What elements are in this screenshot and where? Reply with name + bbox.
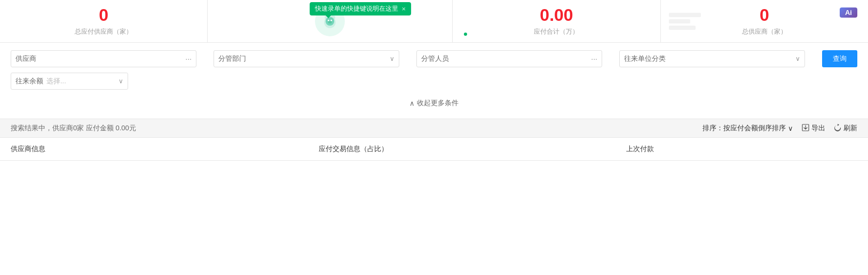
svg-point-6 — [328, 21, 332, 23]
export-btn[interactable]: 导出 — [802, 123, 825, 133]
filter-row-2: 往来余额 选择... ∨ — [11, 73, 857, 90]
supplier-label: 供应商 — [15, 54, 36, 64]
empty-area — [0, 161, 868, 275]
results-bar: 搜索结果中，供应商0家 应付金额 0.00元 排序：按应付会额倒序排序 ∨ 导出… — [0, 119, 868, 138]
svg-point-4 — [328, 19, 329, 21]
export-icon — [802, 124, 809, 133]
collapse-text: 收起更多条件 — [417, 98, 459, 108]
col-lastpay-header: 上次付款 — [626, 144, 857, 154]
stat-payable-total: 0.00 应付合计（万） — [453, 0, 660, 42]
refresh-label: 刷新 — [843, 123, 857, 133]
stat-number-total-suppliers: 0 — [760, 6, 769, 25]
department-input[interactable] — [249, 55, 390, 63]
tooltip-text: 快速录单的快捷键说明在这里 — [315, 4, 398, 13]
filter-row-1: 供应商 ··· 分管部门 ∨ 分管人员 ··· 往来单位分类 ∨ 查询 — [11, 50, 857, 67]
unit-class-input[interactable] — [669, 55, 795, 63]
sort-label: 排序：按应付会额倒序排序 — [703, 123, 786, 133]
stat-label-payable-suppliers: 总应付供应商（家） — [75, 27, 132, 36]
export-label: 导出 — [811, 123, 825, 133]
unit-class-arrow[interactable]: ∨ — [795, 55, 800, 62]
balance-placeholder: 选择... — [46, 76, 119, 86]
department-filter[interactable]: 分管部门 ∨ — [214, 50, 399, 67]
department-arrow[interactable]: ∨ — [390, 55, 394, 62]
stat-number-payable-total: 0.00 — [540, 6, 573, 25]
manager-filter[interactable]: 分管人员 ··· — [416, 50, 602, 67]
refresh-icon — [834, 124, 841, 133]
collapse-row: ∧ 收起更多条件 — [11, 93, 857, 115]
stat-total-suppliers: 0 总供应商（家） Ai — [661, 0, 868, 42]
stat-label-total-suppliers: 总供应商（家） — [742, 27, 787, 36]
svg-point-5 — [331, 19, 333, 21]
filter-area: 供应商 ··· 分管部门 ∨ 分管人员 ··· 往来单位分类 ∨ 查询 — [0, 43, 868, 119]
manager-input[interactable] — [452, 55, 591, 63]
balance-arrow[interactable]: ∨ — [119, 77, 123, 85]
supplier-input[interactable] — [40, 55, 185, 63]
stats-bar: 0 总应付供应商（家） 快速录单的快捷键说明在这里 × 0.00 — [0, 0, 868, 43]
col-supplier-header: 供应商信息 — [11, 144, 319, 154]
unit-class-label: 往来单位分类 — [624, 54, 666, 64]
stat-label-payable-total: 应付合计（万） — [534, 27, 579, 36]
stat-total-payable-suppliers: 0 总应付供应商（家） — [0, 0, 208, 42]
manager-label: 分管人员 — [421, 54, 449, 64]
stat-icon-area: 快速录单的快捷键说明在这里 × — [208, 0, 453, 42]
search-button[interactable]: 查询 — [822, 50, 857, 67]
ai-badge[interactable]: Ai — [840, 7, 857, 18]
supplier-filter[interactable]: 供应商 ··· — [11, 50, 196, 67]
supplier-dots-btn[interactable]: ··· — [185, 54, 192, 63]
collapse-btn[interactable]: ∧ 收起更多条件 — [401, 96, 467, 110]
results-actions: 排序：按应付会额倒序排序 ∨ 导出 刷新 — [703, 123, 857, 133]
table-header: 供应商信息 应付交易信息（占比） 上次付款 — [0, 138, 868, 161]
unit-class-filter[interactable]: 往来单位分类 ∨ — [619, 50, 805, 67]
sort-select[interactable]: 排序：按应付会额倒序排序 ∨ — [703, 123, 793, 133]
results-info: 搜索结果中，供应商0家 应付金额 0.00元 — [11, 123, 136, 133]
collapse-icon: ∧ — [409, 99, 415, 107]
balance-filter[interactable]: 往来余额 选择... ∨ — [11, 73, 128, 90]
department-label: 分管部门 — [218, 54, 246, 64]
refresh-btn[interactable]: 刷新 — [834, 123, 857, 133]
sort-arrow[interactable]: ∨ — [788, 124, 793, 132]
tooltip-close-btn[interactable]: × — [401, 5, 406, 13]
tooltip-bubble: 快速录单的快捷键说明在这里 × — [310, 2, 411, 15]
balance-label: 往来余额 — [15, 76, 43, 86]
stat-number-payable-suppliers: 0 — [99, 6, 108, 25]
col-transaction-header: 应付交易信息（占比） — [319, 144, 627, 154]
manager-dots-btn[interactable]: ··· — [591, 54, 597, 63]
